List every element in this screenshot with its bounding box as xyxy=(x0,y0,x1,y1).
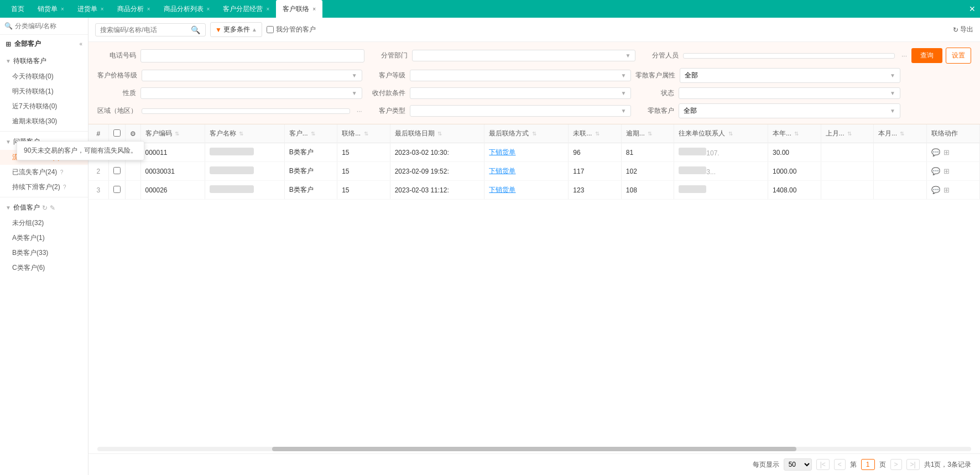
export-button[interactable]: ↻ 导出 xyxy=(953,25,973,34)
my-customers-checkbox[interactable]: 我分管的客户 xyxy=(267,25,316,34)
col-last-date-header[interactable]: 最后联络日期 ⇅ xyxy=(390,124,484,143)
value-group-refresh[interactable]: ↻ xyxy=(42,204,48,212)
tab-customer-link[interactable]: 客户联络 × xyxy=(276,0,322,18)
tab-home[interactable]: 首页 xyxy=(4,0,31,18)
value-group-edit[interactable]: ✎ xyxy=(50,204,55,212)
person-dots-btn[interactable]: ··· xyxy=(901,52,907,60)
sidebar-item-declining[interactable]: 持续下滑客户(2) ? xyxy=(0,180,88,195)
col-last-method-label: 最后联络方式 xyxy=(489,129,529,137)
col-unlinked-header[interactable]: 未联... ⇅ xyxy=(569,124,622,143)
col-type-header[interactable]: 客户... ⇅ xyxy=(284,124,337,143)
sidebar-item-today[interactable]: 今天待联络(0) xyxy=(0,69,88,84)
cell-type-0: B类客户 xyxy=(284,143,337,162)
tab-customer-segment[interactable]: 客户分层经营 × xyxy=(216,0,276,18)
filter-customer-type-select[interactable]: ▼ xyxy=(410,105,632,117)
cell-this-month-2 xyxy=(874,181,927,200)
action-more-2[interactable]: ⊞ xyxy=(943,186,950,194)
filter-region: 区域（地区） ··· xyxy=(97,106,362,116)
sidebar-item-tomorrow[interactable]: 明天待联络(1) xyxy=(0,84,88,99)
tab-analysis-close[interactable]: × xyxy=(147,6,150,12)
search-button[interactable]: 🔍 xyxy=(191,25,200,34)
filter-dept: 分管部门 ▼ xyxy=(369,50,636,61)
cell-this-year-2: 1408.00 xyxy=(768,181,821,200)
tooltip-box: 90天未交易的客户，可能有流失风险。 xyxy=(17,141,88,160)
sidebar: 🔍 ⊞ 全部客户 « ▼ 待联络客户 今天待联络(0) 明天待联络(1) 近7天… xyxy=(0,18,88,475)
sidebar-item-type-b[interactable]: B类客户(33) xyxy=(0,246,88,260)
sidebar-search-input[interactable] xyxy=(15,22,88,30)
row-checkbox-2[interactable] xyxy=(113,186,121,193)
sidebar-item-type-a[interactable]: A类客户(1) xyxy=(0,231,88,246)
sidebar-all-customers[interactable]: ⊞ 全部客户 « xyxy=(0,35,88,53)
col-code-label: 客户编码 xyxy=(145,129,172,137)
tab-sales[interactable]: 销货单 × xyxy=(31,0,71,18)
tab-analysis[interactable]: 商品分析 × xyxy=(111,0,157,18)
cell-last-month-2 xyxy=(821,181,874,200)
query-button[interactable]: 查询 xyxy=(911,48,942,63)
sidebar-group-pending[interactable]: ▼ 待联络客户 xyxy=(0,53,88,69)
row-checkbox-1[interactable] xyxy=(113,167,121,174)
sidebar-collapse-btn[interactable]: « xyxy=(79,41,82,47)
page-prev-btn[interactable]: < xyxy=(834,459,846,470)
filter-row-3: 性质 ▼ 收付款条件 ▼ 状态 xyxy=(97,87,971,99)
col-this-year-header[interactable]: 本年... ⇅ xyxy=(768,124,821,143)
action-more-1[interactable]: ⊞ xyxy=(943,167,950,175)
filter-person-select[interactable] xyxy=(683,53,895,59)
action-more-0[interactable]: ⊞ xyxy=(943,148,950,156)
tab-customer-link-close[interactable]: × xyxy=(312,6,316,12)
select-all-checkbox[interactable] xyxy=(113,129,121,137)
tab-sales-close[interactable]: × xyxy=(61,6,64,12)
settings-button[interactable]: 设置 xyxy=(946,48,971,64)
tab-customer-segment-close[interactable]: × xyxy=(266,6,269,12)
tab-analysis-list-close[interactable]: × xyxy=(207,6,210,12)
sidebar-item-unclassified[interactable]: 未分组(32) xyxy=(0,216,88,231)
tab-purchase-close[interactable]: × xyxy=(101,6,104,12)
per-page-select[interactable]: 50 20 100 xyxy=(784,458,812,471)
last-method-link-1[interactable]: 下销货单 xyxy=(489,167,515,175)
filter-dept-select[interactable]: ▼ xyxy=(412,50,636,61)
close-all-tabs[interactable]: ✕ xyxy=(969,4,976,13)
action-chat-1[interactable]: 💬 xyxy=(931,167,940,175)
sidebar-item-type-c[interactable]: C类客户(6) xyxy=(0,260,88,275)
action-chat-0[interactable]: 💬 xyxy=(931,148,940,156)
filter-price-level-select[interactable]: ▼ xyxy=(142,70,362,81)
sidebar-item-week[interactable]: 近7天待联络(0) xyxy=(0,99,88,114)
region-dots-btn[interactable]: ··· xyxy=(357,107,362,115)
col-contact-header[interactable]: 联络... ⇅ xyxy=(337,124,390,143)
filter-zero-attr-select[interactable]: 全部 ▼ xyxy=(680,68,900,83)
sidebar-group-value[interactable]: ▼ 价值客户 ↻ ✎ xyxy=(0,200,88,216)
col-unlinked-label: 未联... xyxy=(573,129,592,137)
filter-region-select[interactable] xyxy=(142,108,350,114)
page-next-btn[interactable]: > xyxy=(890,459,902,470)
col-name-header[interactable]: 客户名称 ⇅ xyxy=(205,124,284,143)
col-last-month-header[interactable]: 上月... ⇅ xyxy=(821,124,874,143)
filter-payment-select[interactable]: ▼ xyxy=(410,87,632,99)
tab-analysis-list[interactable]: 商品分析列表 × xyxy=(157,0,217,18)
col-this-month-header[interactable]: 本月... ⇅ xyxy=(874,124,927,143)
col-settings[interactable]: ⚙ xyxy=(125,124,140,143)
action-chat-2[interactable]: 💬 xyxy=(931,186,940,194)
my-customers-check[interactable] xyxy=(267,26,274,33)
col-person-header[interactable]: 往来单位联系人 ⇅ xyxy=(674,124,768,143)
filter-status-select[interactable]: ▼ xyxy=(679,87,900,99)
col-overdue-header[interactable]: 逾期... ⇅ xyxy=(621,124,674,143)
sidebar-item-overdue[interactable]: 逾期未联络(30) xyxy=(0,114,88,129)
main-content: 🔍 ▼ 更多条件 ▲ 我分管的客户 ↻ 导出 电话号码 xyxy=(88,18,980,475)
search-input[interactable] xyxy=(100,26,189,34)
filter-zero-customer-select[interactable]: 全部 ▼ xyxy=(679,103,900,118)
sidebar-item-lost[interactable]: 已流失客户(24) ? xyxy=(0,165,88,180)
scrollbar-thumb[interactable] xyxy=(272,447,796,451)
filter-nature-select[interactable]: ▼ xyxy=(140,87,362,99)
last-method-link-0[interactable]: 下销货单 xyxy=(489,148,515,156)
filter-customer-level-select[interactable]: ▼ xyxy=(410,70,632,81)
tab-purchase-label: 进货单 xyxy=(77,4,97,14)
page-last-btn[interactable]: >| xyxy=(906,459,920,470)
filter-phone-input[interactable] xyxy=(140,49,364,62)
tab-purchase[interactable]: 进货单 × xyxy=(71,0,111,18)
last-method-link-2[interactable]: 下销货单 xyxy=(489,186,515,194)
col-code-header[interactable]: 客户编码 ⇅ xyxy=(140,124,205,143)
page-first-btn[interactable]: |< xyxy=(816,459,830,470)
horizontal-scrollbar[interactable] xyxy=(97,447,971,451)
more-conditions-button[interactable]: ▼ 更多条件 ▲ xyxy=(210,22,262,37)
col-last-method-header[interactable]: 最后联络方式 ⇅ xyxy=(484,124,569,143)
filter-actions: 查询 设置 xyxy=(911,48,971,64)
